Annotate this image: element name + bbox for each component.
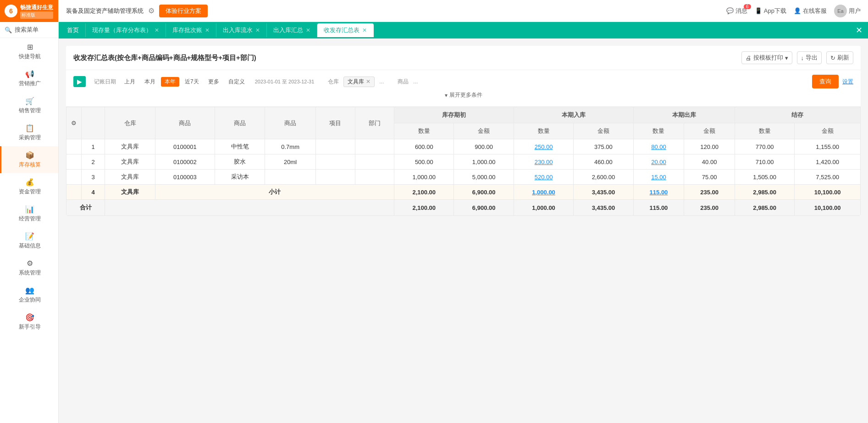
sidebar-item-guide[interactable]: 🎯 新手引导 (0, 308, 58, 335)
row-department (355, 154, 394, 170)
row-num: 1 (82, 139, 105, 154)
warehouse-more-link[interactable]: ... (379, 78, 384, 85)
col-group-period-in: 本期入库 (514, 107, 633, 123)
sidebar-item-label: 采购管理 (19, 134, 41, 142)
phone-icon: 📱 (755, 7, 762, 14)
export-button[interactable]: ↓ 导出 (797, 51, 822, 64)
col-close-amt: 金额 (795, 123, 861, 139)
sidebar-logo: 6 畅捷通好生意 标准版 (0, 0, 58, 22)
app-download-item[interactable]: 📱 App下载 (755, 7, 786, 15)
sidebar-item-quick-nav[interactable]: ⊞ 快捷导航 (0, 38, 58, 65)
purchase-icon: 📋 (25, 124, 34, 132)
refresh-button[interactable]: ↻ 刷新 (826, 51, 853, 64)
top-header: 装备及固定资产辅助管理系统 ⚙ 体验行业方案 💬 消息 6 📱 App下载 👤 … (59, 0, 868, 22)
subtotal-open-amt: 6,900.00 (454, 185, 514, 200)
row-out-qty[interactable]: 80.00 (633, 139, 684, 154)
sidebar-search[interactable]: 🔍 搜索菜单 (0, 22, 58, 38)
row-close-qty: 770.00 (735, 139, 794, 154)
col-close-qty: 数量 (735, 123, 794, 139)
filter-collapse-button[interactable]: ▶ (73, 76, 86, 87)
footer-in-qty: 1,000.00 (514, 200, 573, 216)
subtotal-out-qty[interactable]: 115.00 (633, 185, 684, 200)
col-settings: ⚙ (66, 107, 82, 139)
inventory-icon: 📦 (25, 151, 34, 159)
col-group-closing: 结存 (735, 107, 860, 123)
tab-in-out-flow[interactable]: 出入库流水 ✕ (216, 23, 267, 37)
warehouse-tag-close[interactable]: ✕ (366, 78, 370, 85)
date-btn-7days[interactable]: 近7天 (181, 77, 203, 87)
col-product-spec: 商品 (265, 107, 316, 139)
main-content: 装备及固定资产辅助管理系统 ⚙ 体验行业方案 💬 消息 6 📱 App下载 👤 … (59, 0, 868, 423)
tab-close-in-out-flow[interactable]: ✕ (255, 27, 260, 33)
notification-item[interactable]: 💬 消息 6 (726, 7, 747, 15)
date-btn-custom[interactable]: 自定义 (225, 77, 249, 87)
tab-close-batch-ledger[interactable]: ✕ (205, 27, 210, 33)
subtotal-in-qty[interactable]: 1,000.00 (514, 185, 573, 200)
data-table: ⚙ 仓库 商品 商品 商品 项目 部门 库存期初 本期入库 本期出库 结存 (66, 107, 861, 216)
tab-inventory-dist[interactable]: 现存量（库存分布表） ✕ (86, 23, 166, 37)
tab-close-in-out-summary[interactable]: ✕ (306, 27, 310, 33)
subtotal-num: 4 (82, 185, 105, 200)
settings-link[interactable]: 设置 (842, 78, 853, 86)
page-title-bar: 收发存汇总表(按仓库+商品编码+商品+规格型号+项目+部门) 🖨 按模板打印 ▾… (66, 46, 861, 70)
sidebar-item-inventory[interactable]: 📦 库存核算 (0, 146, 58, 173)
row-department (355, 170, 394, 185)
product-more-link[interactable]: ... (413, 78, 418, 85)
table-row: 3 文具库 0100003 采访本 1,000.00 5,000.00 520.… (66, 170, 861, 185)
tab-batch-ledger[interactable]: 库存批次账 ✕ (166, 23, 216, 37)
tab-in-out-summary[interactable]: 出入库汇总 ✕ (267, 23, 317, 37)
finance-icon: 💰 (25, 178, 34, 187)
data-table-container: ⚙ 仓库 商品 商品 商品 项目 部门 库存期初 本期入库 本期出库 结存 (66, 107, 861, 216)
user-item[interactable]: Ea 用户 (834, 5, 861, 17)
search-icon: 🔍 (5, 27, 12, 33)
query-button[interactable]: 查询 (812, 75, 839, 88)
sidebar-item-purchase[interactable]: 📋 采购管理 (0, 119, 58, 146)
sidebar: 6 畅捷通好生意 标准版 🔍 搜索菜单 ⊞ 快捷导航 📢 营销推广 🛒 销售管理… (0, 0, 59, 423)
sidebar-item-marketing[interactable]: 📢 营销推广 (0, 65, 58, 92)
close-all-tabs-button[interactable]: ✕ (852, 25, 866, 35)
subtotal-settings (66, 185, 82, 200)
date-btn-this-year[interactable]: 本年 (161, 77, 179, 87)
sidebar-item-finance[interactable]: 💰 资金管理 (0, 173, 58, 200)
experience-button[interactable]: 体验行业方案 (159, 5, 208, 17)
col-rownum (82, 107, 105, 139)
header-settings-icon[interactable]: ⚙ (148, 6, 155, 15)
row-in-qty[interactable]: 250.00 (514, 139, 573, 154)
date-label: 记账日期 (94, 78, 116, 86)
subtotal-label: 小计 (155, 185, 394, 200)
print-button[interactable]: 🖨 按模板打印 ▾ (741, 51, 792, 64)
row-department (355, 139, 394, 154)
sidebar-item-label: 基础信息 (19, 242, 41, 250)
row-out-qty[interactable]: 20.00 (633, 154, 684, 170)
sidebar-item-operations[interactable]: 📊 经营管理 (0, 200, 58, 227)
row-in-qty[interactable]: 520.00 (514, 170, 573, 185)
tab-close-recv-send-summary[interactable]: ✕ (362, 27, 367, 33)
date-btn-more[interactable]: 更多 (205, 77, 223, 87)
expand-conditions-button[interactable]: ▾ 展开更多条件 (445, 91, 482, 99)
col-project: 项目 (315, 107, 355, 139)
tab-close-inventory-dist[interactable]: ✕ (155, 27, 159, 33)
row-product-spec: 0.7mm (265, 139, 316, 154)
export-icon: ↓ (801, 55, 804, 61)
header-left: 装备及固定资产辅助管理系统 ⚙ 体验行业方案 (66, 5, 208, 17)
row-in-amt: 460.00 (574, 154, 633, 170)
tab-recv-send-summary[interactable]: 收发存汇总表 ✕ (317, 23, 374, 37)
system-title: 装备及固定资产辅助管理系统 (66, 7, 144, 15)
sidebar-item-label: 企业协同 (19, 296, 41, 304)
date-btn-last-month[interactable]: 上月 (121, 77, 139, 87)
sidebar-item-collab[interactable]: 👥 企业协同 (0, 281, 58, 308)
tab-home[interactable]: 首页 (61, 23, 86, 37)
sidebar-item-system[interactable]: ⚙ 系统管理 (0, 254, 58, 281)
row-settings (66, 139, 82, 154)
col-group-period-out: 本期出库 (633, 107, 735, 123)
sidebar-item-label: 资金管理 (19, 188, 41, 196)
sidebar-item-sales[interactable]: 🛒 销售管理 (0, 92, 58, 119)
row-in-qty[interactable]: 230.00 (514, 154, 573, 170)
tabs-bar-end: ✕ (852, 25, 866, 35)
subtotal-in-amt: 3,435.00 (574, 185, 633, 200)
sidebar-item-base[interactable]: 📝 基础信息 (0, 227, 58, 254)
online-service-item[interactable]: 👤 在线客服 (794, 7, 827, 15)
date-btn-this-month[interactable]: 本月 (141, 77, 159, 87)
row-out-qty[interactable]: 15.00 (633, 170, 684, 185)
row-project (315, 170, 355, 185)
